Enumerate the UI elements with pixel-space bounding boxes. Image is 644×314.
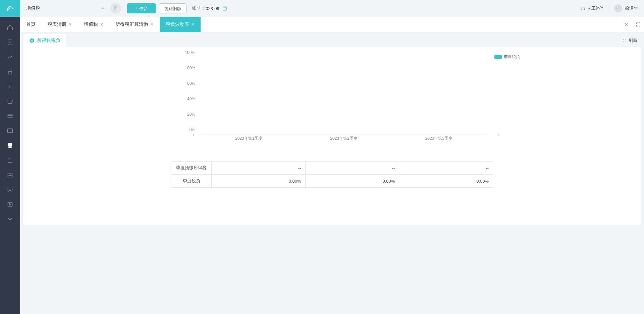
- tax-burden-chart: 季度税负 100% 80% 60% 40% 20% 0% 2023年第1季度 2…: [178, 54, 486, 148]
- nav-vip[interactable]: [0, 212, 20, 227]
- sidebar: [0, 0, 20, 314]
- nav-inbox[interactable]: [0, 168, 20, 182]
- svg-point-6: [9, 189, 11, 191]
- tabs-close-all[interactable]: [620, 17, 632, 32]
- page-tabs: 首页 税表清册✕ 增值税✕ 所得税汇算清缴✕ 税负波动表✕: [20, 17, 644, 33]
- tabs-fullscreen[interactable]: [632, 17, 644, 32]
- nav-tax[interactable]: [0, 138, 20, 153]
- chart-data-table: 季度预缴所得税 -- -- -- 季度税负 0.00% 0.00% 0.00%: [171, 161, 493, 188]
- chart-prev[interactable]: ‹: [193, 131, 195, 138]
- svg-text:税: 税: [31, 39, 33, 42]
- nav-settings[interactable]: [0, 182, 20, 197]
- tab-tax-register[interactable]: 税表清册✕: [42, 17, 78, 32]
- refresh-icon: [622, 38, 627, 43]
- legend-swatch: [494, 55, 502, 59]
- nav-ledger[interactable]: [0, 79, 20, 94]
- chart-next[interactable]: ›: [498, 131, 500, 138]
- headset-icon: [580, 6, 585, 11]
- svg-point-10: [616, 7, 618, 8]
- subtab-income-tax-burden[interactable]: 税 所得税税负: [23, 34, 66, 47]
- close-icon[interactable]: ✕: [100, 22, 103, 27]
- nav-payroll[interactable]: [0, 109, 20, 123]
- tab-home[interactable]: 首页: [20, 17, 42, 32]
- notebook-button[interactable]: [110, 3, 121, 14]
- calendar-icon[interactable]: [222, 6, 227, 11]
- table-row: 季度预缴所得税 -- -- --: [171, 162, 493, 175]
- y-axis: 100% 80% 60% 40% 20% 0%: [178, 57, 198, 134]
- x-axis: 2023年第1季度 2023年第2季度 2023年第3季度: [201, 136, 486, 142]
- app-logo[interactable]: [0, 0, 20, 17]
- close-icon[interactable]: ✕: [191, 22, 195, 27]
- nav-fund[interactable]: [0, 64, 20, 79]
- chevron-down-icon: [100, 6, 105, 11]
- badge-icon: 税: [29, 38, 35, 44]
- plot-area: [201, 57, 486, 134]
- tab-vat[interactable]: 增值税✕: [78, 17, 109, 32]
- workspace-button[interactable]: 工作台: [127, 3, 156, 13]
- chart-panel: 季度税负 100% 80% 60% 40% 20% 0% 2023年第1季度 2…: [23, 47, 641, 225]
- account-name: 增值税: [26, 5, 40, 11]
- svg-rect-1: [8, 84, 12, 89]
- chart-legend: 季度税负: [494, 54, 520, 60]
- nav-home[interactable]: [0, 20, 20, 35]
- account-selector[interactable]: 增值税: [26, 3, 105, 14]
- tab-income-settlement[interactable]: 所得税汇算清缴✕: [109, 17, 160, 32]
- svg-rect-9: [223, 7, 226, 10]
- period-label: 账期: [192, 5, 201, 11]
- table-row: 季度税负 0.00% 0.00% 0.00%: [171, 175, 493, 188]
- consult-button[interactable]: 人工咨询: [580, 5, 604, 11]
- svg-rect-3: [8, 114, 12, 118]
- divider: [609, 5, 609, 11]
- nav-archive[interactable]: [0, 153, 20, 168]
- tab-tax-fluctuation[interactable]: 税负波动表✕: [160, 17, 201, 32]
- svg-rect-7: [8, 202, 12, 206]
- close-icon[interactable]: ✕: [68, 22, 72, 27]
- refresh-button[interactable]: 刷新: [622, 34, 637, 47]
- avatar-icon: [614, 4, 622, 12]
- user-menu[interactable]: 徐泽华: [614, 4, 638, 12]
- nav-analysis[interactable]: [0, 50, 20, 64]
- top-header: 增值税 工作台 切到旧版 账期 2023-09 人工咨询 徐泽华: [20, 0, 644, 17]
- period-value[interactable]: 2023-09: [203, 6, 219, 11]
- old-version-button[interactable]: 切到旧版: [159, 3, 186, 13]
- nav-invoice[interactable]: [0, 35, 20, 50]
- nav-report[interactable]: [0, 94, 20, 109]
- content-area: 税 所得税税负 刷新 季度税负 100% 80% 60% 40% 20% 0%: [20, 33, 644, 314]
- close-icon[interactable]: ✕: [150, 22, 154, 27]
- nav-asset[interactable]: [0, 123, 20, 138]
- nav-video[interactable]: [0, 197, 20, 212]
